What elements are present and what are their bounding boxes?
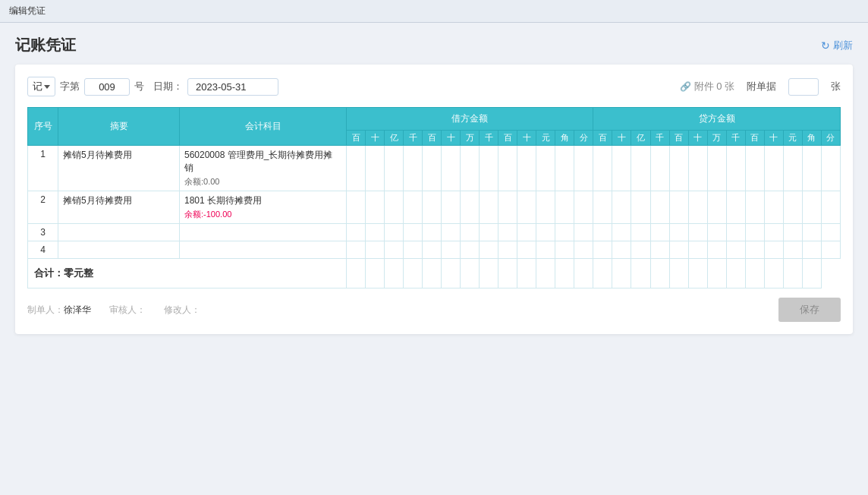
credit-cell-0-5[interactable]	[688, 146, 707, 191]
debit-cell-3-12[interactable]	[574, 241, 593, 259]
debit-cell-0-6[interactable]	[461, 146, 480, 191]
debit-cell-2-5[interactable]	[442, 224, 461, 241]
credit-cell-0-6[interactable]	[707, 146, 726, 191]
debit-cell-0-12[interactable]	[574, 146, 593, 191]
credit-cell-0-4[interactable]	[669, 146, 688, 191]
zidi-input[interactable]	[84, 78, 130, 96]
credit-cell-3-4[interactable]	[669, 241, 688, 259]
debit-cell-3-4[interactable]	[423, 241, 442, 259]
debit-cell-3-11[interactable]	[555, 241, 574, 259]
debit-cell-3-6[interactable]	[461, 241, 480, 259]
credit-cell-1-0[interactable]	[593, 191, 612, 224]
credit-cell-3-11[interactable]	[802, 241, 821, 259]
danju-label[interactable]: 附单据	[747, 80, 776, 93]
refresh-button[interactable]: ↻ 刷新	[821, 39, 853, 52]
debit-cell-1-10[interactable]	[536, 191, 555, 224]
debit-cell-1-8[interactable]	[498, 191, 517, 224]
debit-cell-1-6[interactable]	[461, 191, 480, 224]
row-account-0[interactable]: 56020008 管理费用_长期待摊费用摊销余额:0.00	[180, 146, 347, 191]
debit-cell-3-5[interactable]	[442, 241, 461, 259]
credit-cell-0-1[interactable]	[612, 146, 631, 191]
debit-cell-1-0[interactable]	[347, 191, 366, 224]
credit-cell-0-11[interactable]	[802, 146, 821, 191]
credit-cell-0-10[interactable]	[783, 146, 802, 191]
debit-cell-0-5[interactable]	[442, 146, 461, 191]
credit-cell-2-4[interactable]	[669, 224, 688, 241]
credit-cell-3-6[interactable]	[707, 241, 726, 259]
credit-cell-2-0[interactable]	[593, 224, 612, 241]
date-input[interactable]	[187, 78, 278, 96]
credit-cell-3-12[interactable]	[821, 241, 840, 259]
credit-cell-1-8[interactable]	[745, 191, 764, 224]
debit-cell-2-12[interactable]	[574, 224, 593, 241]
credit-cell-1-7[interactable]	[726, 191, 745, 224]
debit-cell-1-4[interactable]	[423, 191, 442, 224]
debit-cell-3-3[interactable]	[404, 241, 423, 259]
credit-cell-3-9[interactable]	[764, 241, 783, 259]
credit-cell-3-1[interactable]	[612, 241, 631, 259]
row-account-1[interactable]: 1801 长期待摊费用余额:-100.00	[180, 191, 347, 224]
debit-cell-1-9[interactable]	[517, 191, 536, 224]
debit-cell-2-3[interactable]	[404, 224, 423, 241]
credit-cell-1-6[interactable]	[707, 191, 726, 224]
debit-cell-1-7[interactable]	[480, 191, 498, 224]
table-row[interactable]: 2摊销5月待摊费用1801 长期待摊费用余额:-100.00	[28, 191, 841, 224]
attach-label[interactable]: 附件 0 张	[694, 80, 734, 93]
table-row[interactable]: 4	[28, 241, 841, 259]
debit-cell-1-1[interactable]	[366, 191, 385, 224]
row-summary-2[interactable]	[58, 224, 180, 241]
credit-cell-2-9[interactable]	[764, 224, 783, 241]
credit-cell-1-3[interactable]	[650, 191, 669, 224]
debit-cell-0-2[interactable]	[385, 146, 404, 191]
credit-cell-1-4[interactable]	[669, 191, 688, 224]
zhang-input[interactable]	[788, 78, 819, 96]
debit-cell-0-10[interactable]	[536, 146, 555, 191]
debit-cell-1-12[interactable]	[574, 191, 593, 224]
debit-cell-3-1[interactable]	[366, 241, 385, 259]
row-account-3[interactable]	[180, 241, 347, 259]
credit-cell-0-12[interactable]	[821, 146, 840, 191]
debit-cell-1-11[interactable]	[555, 191, 574, 224]
debit-cell-3-8[interactable]	[498, 241, 517, 259]
credit-cell-3-7[interactable]	[726, 241, 745, 259]
debit-cell-2-4[interactable]	[423, 224, 442, 241]
credit-cell-3-5[interactable]	[688, 241, 707, 259]
credit-cell-3-10[interactable]	[783, 241, 802, 259]
debit-cell-0-11[interactable]	[555, 146, 574, 191]
debit-cell-3-0[interactable]	[347, 241, 366, 259]
credit-cell-2-5[interactable]	[688, 224, 707, 241]
credit-cell-2-7[interactable]	[726, 224, 745, 241]
credit-cell-2-8[interactable]	[745, 224, 764, 241]
credit-cell-2-6[interactable]	[707, 224, 726, 241]
debit-cell-2-11[interactable]	[555, 224, 574, 241]
credit-cell-1-10[interactable]	[783, 191, 802, 224]
row-summary-0[interactable]: 摊销5月待摊费用	[58, 146, 180, 191]
credit-cell-1-2[interactable]	[631, 191, 650, 224]
debit-cell-0-7[interactable]	[480, 146, 498, 191]
credit-cell-1-12[interactable]	[821, 191, 840, 224]
debit-cell-2-7[interactable]	[480, 224, 498, 241]
debit-cell-2-10[interactable]	[536, 224, 555, 241]
debit-cell-3-10[interactable]	[536, 241, 555, 259]
debit-cell-0-9[interactable]	[517, 146, 536, 191]
credit-cell-2-10[interactable]	[783, 224, 802, 241]
credit-cell-2-12[interactable]	[821, 224, 840, 241]
credit-cell-0-0[interactable]	[593, 146, 612, 191]
debit-cell-3-9[interactable]	[517, 241, 536, 259]
debit-cell-0-8[interactable]	[498, 146, 517, 191]
table-row[interactable]: 1摊销5月待摊费用56020008 管理费用_长期待摊费用摊销余额:0.00	[28, 146, 841, 191]
debit-cell-1-5[interactable]	[442, 191, 461, 224]
credit-cell-0-3[interactable]	[650, 146, 669, 191]
credit-cell-3-0[interactable]	[593, 241, 612, 259]
debit-cell-1-2[interactable]	[385, 191, 404, 224]
credit-cell-1-5[interactable]	[688, 191, 707, 224]
debit-cell-3-7[interactable]	[480, 241, 498, 259]
credit-cell-2-3[interactable]	[650, 224, 669, 241]
credit-cell-1-9[interactable]	[764, 191, 783, 224]
row-account-2[interactable]	[180, 224, 347, 241]
row-summary-3[interactable]	[58, 241, 180, 259]
debit-cell-2-6[interactable]	[461, 224, 480, 241]
credit-cell-1-11[interactable]	[802, 191, 821, 224]
credit-cell-2-1[interactable]	[612, 224, 631, 241]
credit-cell-0-7[interactable]	[726, 146, 745, 191]
